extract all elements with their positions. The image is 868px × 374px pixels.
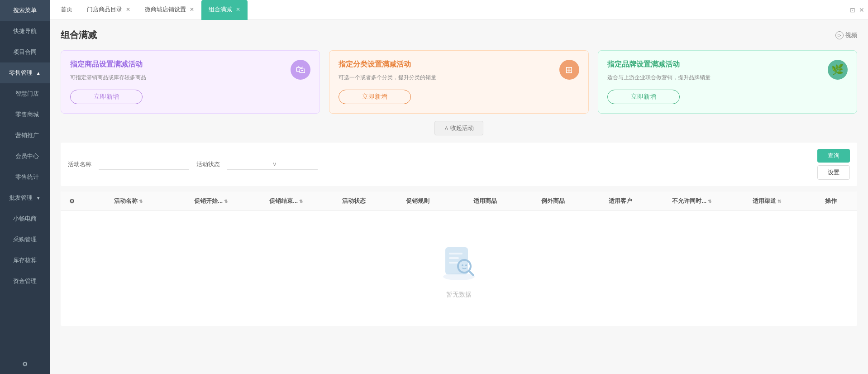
sidebar-item-smartstore[interactable]: 智慧门店 — [0, 83, 50, 104]
gear-icon: ⚙ — [22, 360, 28, 368]
sidebar: 搜索菜单 快捷导航 项目合同 零售管理 ▲ 智慧门店 零售商城 营销推广 会员中… — [0, 0, 50, 374]
tab-catalog-close[interactable]: ✕ — [126, 6, 130, 13]
th-name[interactable]: 活动名称 ⇅ — [83, 197, 173, 205]
sidebar-item-retail[interactable]: 零售管理 ▲ — [0, 62, 50, 83]
th-status: 活动状态 — [324, 197, 384, 205]
page-content: 组合满减 ▷ 视频 🛍 指定商品设置满减活动 可指定滞销商品或库存较多商品 立即… — [50, 20, 868, 374]
product-card-title: 指定商品设置满减活动 — [70, 60, 310, 69]
tab-catalog[interactable]: 门店商品目录 ✕ — [80, 0, 138, 20]
query-button[interactable]: 查询 — [817, 149, 850, 163]
video-link[interactable]: ▷ 视频 — [835, 31, 857, 39]
sidebar-item-inventory[interactable]: 库存核算 — [0, 250, 50, 271]
th-gear[interactable]: ⚙ — [61, 198, 83, 205]
th-action: 操作 — [805, 197, 857, 205]
sidebar-item-wholesale[interactable]: 批发管理 ▼ — [0, 187, 50, 208]
activity-cards: 🛍 指定商品设置满减活动 可指定滞销商品或库存较多商品 立即新增 ⊞ 指定分类设… — [61, 50, 857, 114]
th-end[interactable]: 促销结束... ⇅ — [248, 197, 324, 205]
tab-bar: 首页 门店商品目录 ✕ 微商城店铺设置 ✕ 组合满减 ✕ ⊡ ✕ — [50, 0, 868, 20]
sidebar-item-finance[interactable]: 资金管理 — [0, 271, 50, 292]
wholesale-arrow-icon: ▼ — [36, 196, 41, 201]
sidebar-item-retailmall[interactable]: 零售商城 — [0, 104, 50, 125]
category-card-title: 指定分类设置满减活动 — [339, 60, 579, 69]
brand-card-add-button[interactable]: 立即新增 — [607, 90, 680, 104]
restore-icon[interactable]: ⊡ — [850, 6, 855, 14]
activity-card-product: 🛍 指定商品设置满减活动 可指定滞销商品或库存较多商品 立即新增 — [61, 50, 320, 114]
collapse-button[interactable]: ∧ 收起活动 — [434, 121, 484, 135]
sidebar-item-purchase[interactable]: 采购管理 — [0, 229, 50, 250]
th-rule: 促销规则 — [384, 197, 451, 205]
filter-actions: 查询 设置 — [817, 149, 850, 180]
chevron-down-icon: ∨ — [272, 161, 314, 168]
sidebar-item-member[interactable]: 会员中心 — [0, 146, 50, 167]
product-card-icon: 🛍 — [291, 60, 310, 80]
table-header: ⚙ 活动名称 ⇅ 促销开始... ⇅ 促销结束... ⇅ 活动状态 — [61, 192, 857, 211]
svg-point-7 — [462, 264, 463, 266]
th-goods: 适用商品 — [451, 197, 519, 205]
empty-state: 暂无数据 — [61, 211, 857, 326]
th-channel[interactable]: 适用渠道 ⇅ — [730, 197, 805, 205]
filter-name-input[interactable] — [99, 159, 189, 170]
empty-text: 暂无数据 — [446, 291, 472, 299]
sidebar-settings-button[interactable]: ⚙ — [0, 354, 50, 374]
tab-shopset[interactable]: 微商城店铺设置 ✕ — [138, 0, 201, 20]
empty-icon — [436, 238, 482, 283]
setting-button[interactable]: 设置 — [817, 165, 850, 180]
retail-arrow-icon: ▲ — [36, 71, 41, 76]
th-nosame[interactable]: 不允许同时... ⇅ — [654, 197, 730, 205]
brand-card-icon: 🌿 — [828, 60, 848, 80]
tab-home[interactable]: 首页 — [53, 0, 80, 20]
activity-card-category: ⊞ 指定分类设置满减活动 可选一个或者多个分类，提升分类的销量 立即新增 — [329, 50, 588, 114]
svg-rect-2 — [449, 253, 463, 254]
sidebar-item-xiaochang[interactable]: 小畅电商 — [0, 208, 50, 229]
th-start[interactable]: 促销开始... ⇅ — [173, 197, 248, 205]
sort-icon-channel: ⇅ — [777, 199, 781, 204]
product-card-desc: 可指定滞销商品或库存较多商品 — [70, 74, 310, 82]
page-header: 组合满减 ▷ 视频 — [61, 29, 857, 41]
collapse-bar: ∧ 收起活动 — [61, 121, 857, 135]
th-customer: 适用客户 — [587, 197, 654, 205]
sidebar-item-marketing[interactable]: 营销推广 — [0, 125, 50, 146]
sidebar-item-shortcut[interactable]: 快捷导航 — [0, 21, 50, 42]
svg-point-8 — [465, 264, 467, 266]
sidebar-item-retailstat[interactable]: 零售统计 — [0, 167, 50, 187]
window-controls: ⊡ ✕ — [850, 6, 864, 14]
product-card-add-button[interactable]: 立即新增 — [70, 90, 143, 104]
data-table: ⚙ 活动名称 ⇅ 促销开始... ⇅ 促销结束... ⇅ 活动状态 — [61, 192, 857, 326]
sort-icon-start: ⇅ — [224, 199, 228, 204]
sort-icon-end: ⇅ — [299, 199, 303, 204]
gear-settings-icon: ⚙ — [69, 198, 75, 205]
sidebar-item-contract[interactable]: 项目合同 — [0, 42, 50, 62]
filter-row: 活动名称 活动状态 ∨ 查询 设置 — [61, 143, 857, 186]
th-except: 例外商品 — [519, 197, 587, 205]
close-icon[interactable]: ✕ — [859, 6, 864, 14]
main-area: 首页 门店商品目录 ✕ 微商城店铺设置 ✕ 组合满减 ✕ ⊡ ✕ 组合满减 ▷ … — [50, 0, 868, 374]
sort-icon-name: ⇅ — [139, 199, 143, 204]
sidebar-item-search[interactable]: 搜索菜单 — [0, 0, 50, 21]
tab-shopset-close[interactable]: ✕ — [190, 6, 194, 13]
play-icon: ▷ — [835, 31, 844, 39]
brand-card-desc: 适合与上游企业联合做营销，提升品牌销量 — [607, 74, 848, 82]
category-card-desc: 可选一个或者多个分类，提升分类的销量 — [339, 74, 579, 82]
page-title: 组合满减 — [61, 29, 97, 41]
tab-combo-close[interactable]: ✕ — [236, 6, 240, 13]
tab-combo[interactable]: 组合满减 ✕ — [201, 0, 248, 20]
sort-icon-nosame: ⇅ — [708, 199, 711, 204]
category-card-icon: ⊞ — [559, 60, 579, 80]
filter-status-label: 活动状态 — [196, 160, 220, 168]
brand-card-title: 指定品牌设置满减活动 — [607, 60, 848, 69]
svg-rect-3 — [449, 257, 459, 259]
filter-status-select[interactable]: ∨ — [227, 159, 318, 170]
filter-name-label: 活动名称 — [68, 160, 91, 168]
category-card-add-button[interactable]: 立即新增 — [339, 90, 411, 104]
activity-card-brand: 🌿 指定品牌设置满减活动 适合与上游企业联合做营销，提升品牌销量 立即新增 — [598, 50, 857, 114]
